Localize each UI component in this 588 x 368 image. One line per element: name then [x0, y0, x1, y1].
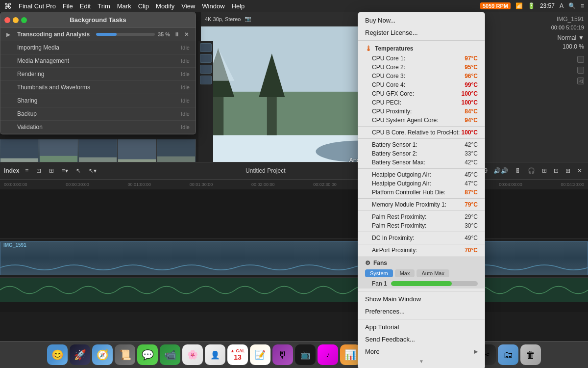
inspector-mode-dropdown[interactable]: Normal ▼	[485, 34, 584, 41]
register-license-item[interactable]: Register License...	[358, 26, 485, 39]
rendering-row: Rendering Idle	[0, 68, 196, 81]
sidebar-thumb-4[interactable]	[200, 76, 212, 84]
wifi-icon[interactable]: 📶	[515, 2, 523, 9]
temp-palm-rest1: Palm Rest Proximity: 29°C	[358, 212, 485, 221]
menubar: ⌘ Final Cut Pro File Edit Trim Mark Clip…	[0, 0, 588, 12]
menu-clip[interactable]: Clip	[138, 2, 149, 10]
sidebar-thumb-3[interactable]	[200, 65, 212, 74]
sidebar-thumb-1[interactable]	[200, 43, 212, 52]
media-management-status: Idle	[181, 58, 190, 64]
importing-media-row: Importing Media Idle	[0, 41, 196, 54]
dock-trash-icon[interactable]: 🗑	[520, 344, 541, 365]
select-tool-icon[interactable]: ↖	[74, 166, 83, 175]
dock-photos-icon[interactable]: 🌸	[182, 344, 203, 365]
temp-cpu-proximity: CPU Proximity: 84°C	[358, 107, 485, 116]
video-clip[interactable]: IMG_1591	[0, 241, 588, 275]
menu-modify[interactable]: Modify	[156, 2, 174, 10]
timeline-right-tools: 🔊🔊 🎚 🎧 ⊞ ⊡ ⊞ ✕	[491, 166, 584, 175]
maximize-button[interactable]	[21, 17, 27, 23]
fan-tab-max[interactable]: Max	[395, 269, 415, 277]
temp-platform-hub: Platform Controller Hub Die: 87°C	[358, 188, 485, 197]
separator-4	[358, 168, 485, 169]
app-tutorial-item[interactable]: App Tutorial	[358, 321, 485, 333]
menu-help[interactable]: Help	[232, 2, 245, 10]
pause-btn[interactable]: ⏸	[173, 31, 180, 37]
clip-list-icon[interactable]: ≡	[23, 166, 30, 175]
thumbnails-status: Idle	[181, 84, 190, 90]
view-menu-icon[interactable]: ≡▾	[60, 166, 70, 175]
search-icon[interactable]: 🔍	[568, 2, 576, 9]
media-management-row: Media Management Idle	[0, 54, 196, 68]
backup-row: Backup Idle	[0, 107, 196, 121]
dock-finder2-icon[interactable]: 🗂	[498, 344, 518, 365]
audio-channels-icon[interactable]: 🔊🔊	[491, 166, 510, 175]
apple-menu[interactable]: ⌘	[4, 1, 12, 11]
user-icon[interactable]: A	[560, 2, 564, 9]
dock-calendar-icon[interactable]: ▲ CAL13	[227, 344, 248, 365]
importing-media-label: Importing Media	[17, 44, 181, 51]
dock-scripteditor-icon[interactable]: 📜	[115, 344, 135, 365]
menu-extras-icon[interactable]: ≡	[581, 2, 584, 9]
menu-edit[interactable]: Edit	[80, 2, 91, 10]
skimmer-icon[interactable]: ⊡	[34, 166, 43, 175]
checkbox-special[interactable]: ◁	[577, 78, 584, 84]
checkbox-1[interactable]	[577, 56, 584, 63]
menubar-right: 5059 RPM 📶 🔋 23:57 A 🔍 ≡	[480, 2, 584, 9]
temp-battery-max: Battery Sensor Max: 42°C	[358, 158, 485, 167]
stop-btn[interactable]: ✕	[183, 31, 190, 38]
show-main-window-item[interactable]: Show Main Window	[358, 293, 485, 305]
adjust-audio-icon[interactable]: 🎚	[513, 166, 523, 175]
fans-title: ⚙ Fans	[358, 257, 485, 268]
temp-battery1: Battery Sensor 1: 42°C	[358, 140, 485, 149]
video-track: IMG_1591	[0, 238, 588, 278]
app-name[interactable]: Final Cut Pro	[19, 2, 56, 10]
close-button[interactable]	[4, 17, 10, 23]
minimize-button[interactable]	[13, 17, 19, 23]
fan-1-bar-fill	[391, 281, 452, 286]
thumbnails-row: Thumbnails and Waveforms Idle	[0, 81, 196, 94]
menu-trim[interactable]: Trim	[98, 2, 110, 10]
fan-tab-system[interactable]: System	[365, 269, 393, 277]
layout-icon[interactable]: ⊞	[564, 166, 572, 175]
send-feedback-item[interactable]: Send Feedback...	[358, 333, 485, 345]
sharing-status: Idle	[181, 98, 190, 104]
temp-battery2: Battery Sensor 2: 33°C	[358, 149, 485, 158]
progress-percent: 35 %	[158, 31, 170, 37]
dock-facetime-icon[interactable]: 📹	[160, 344, 180, 365]
preferences-item[interactable]: Preferences...	[358, 305, 485, 317]
clock: 23:57	[540, 2, 555, 9]
dock-appletv-icon[interactable]: 📺	[295, 344, 316, 365]
dock-music-icon[interactable]: ♪	[318, 344, 338, 365]
fan-tab-automax[interactable]: Auto Max	[416, 269, 449, 277]
dock-launchpad-icon[interactable]: 🚀	[70, 344, 90, 365]
skimmer-audio-icon[interactable]: ⊡	[552, 166, 561, 175]
fans-tabs: System Max Auto Max	[358, 268, 485, 279]
clip-appearance-icon[interactable]: ⊞	[47, 166, 56, 175]
sidebar-thumb-2[interactable]	[200, 54, 212, 63]
trim-tool-icon[interactable]: ↖▾	[87, 166, 98, 175]
dock-reminders-icon[interactable]: 📝	[250, 344, 270, 365]
menu-window[interactable]: Window	[202, 2, 224, 10]
menu-file[interactable]: File	[63, 2, 73, 10]
dock-messages-icon[interactable]: 💬	[137, 344, 158, 365]
dock-safari-icon[interactable]: 🧭	[92, 344, 113, 365]
dock-podcasts-icon[interactable]: 🎙	[272, 344, 293, 365]
checkbox-2[interactable]	[577, 67, 584, 74]
clip-connections-icon[interactable]: ⊞	[540, 166, 549, 175]
dock-finder-icon[interactable]: 😊	[47, 344, 68, 365]
more-item[interactable]: More ▶	[358, 345, 485, 358]
menu-view[interactable]: View	[181, 2, 195, 10]
buy-now-item[interactable]: Buy Now...	[358, 14, 485, 26]
transcoding-section: ▶ Transcoding and Analysis 35 % ⏸ ✕	[0, 28, 196, 41]
rendering-status: Idle	[181, 71, 190, 77]
rpm-badge[interactable]: 5059 RPM	[480, 2, 511, 9]
headphones-icon[interactable]: 🎧	[526, 166, 537, 175]
menu-mark[interactable]: Mark	[117, 2, 131, 10]
sharing-label: Sharing	[17, 97, 181, 104]
camera-icon: 📷	[245, 16, 251, 22]
video-format-label: 4K 30p, Stereo	[205, 16, 241, 22]
battery-icon[interactable]: 🔋	[528, 2, 535, 9]
section-expand-icon[interactable]: ▶	[6, 32, 14, 37]
close-timeline-icon[interactable]: ✕	[575, 166, 584, 175]
dock-contacts-icon[interactable]: 👤	[205, 344, 225, 365]
